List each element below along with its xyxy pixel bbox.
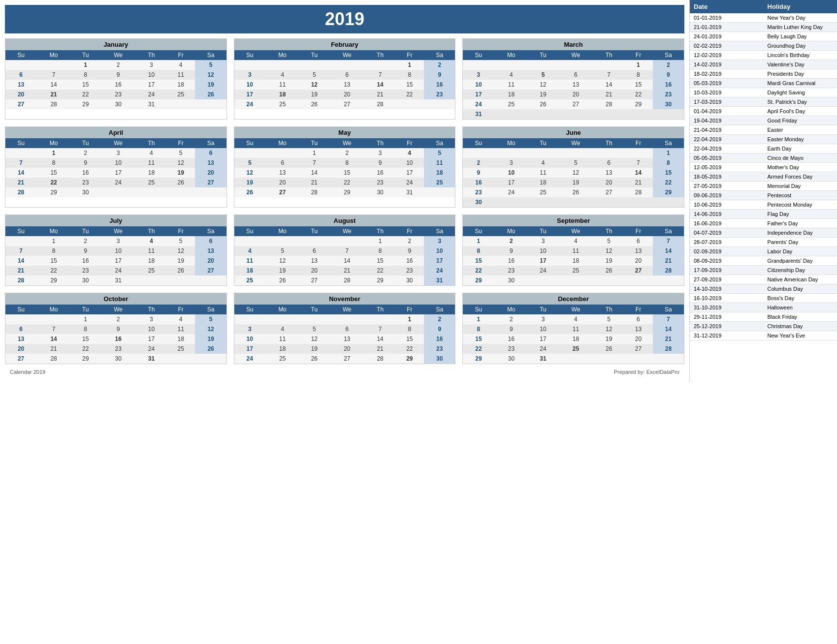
day-header-sa: Sa <box>195 226 226 236</box>
holiday-date: 18-02-2019 <box>690 69 764 78</box>
day-cell: 9 <box>494 324 528 334</box>
month-block-may: MaySuMoTuWeThFrSa12345567891011121314151… <box>234 126 456 208</box>
holiday-name: Good Friday <box>764 116 837 125</box>
day-header-th: Th <box>594 138 624 148</box>
holiday-date: 27-09-2019 <box>690 275 764 284</box>
day-header-mo: Mo <box>494 305 528 314</box>
day-cell: 2 <box>424 60 455 70</box>
day-cell: 25 <box>166 90 195 99</box>
day-cell: 7 <box>365 324 395 334</box>
day-cell: 20 <box>265 178 300 187</box>
day-cell: 6 <box>558 70 594 80</box>
holiday-name: Mardi Gras Carnival <box>764 79 837 88</box>
day-cell: 11 <box>166 324 195 334</box>
holiday-name: Daylight Saving <box>764 88 837 97</box>
day-cell <box>166 276 195 285</box>
day-cell: 21 <box>624 178 653 187</box>
holiday-row: 02-02-2019Groundhog Day <box>690 41 837 51</box>
holiday-date: 10-06-2019 <box>690 200 764 209</box>
holiday-row: 16-10-2019Boss's Day <box>690 294 837 303</box>
month-title-september: September <box>463 215 684 226</box>
day-cell: 19 <box>195 80 226 90</box>
holiday-row: 10-06-2019Pentecost Monday <box>690 200 837 210</box>
holiday-name: Native American Day <box>764 275 837 284</box>
footer-bar: Calendar 2019 Prepared by: ExcelDataPro <box>5 367 684 377</box>
day-cell: 24 <box>136 344 166 354</box>
day-cell: 17 <box>424 256 455 266</box>
day-cell: 31 <box>528 354 557 364</box>
day-cell <box>463 148 494 158</box>
day-cell: 2 <box>653 60 684 70</box>
day-cell: 20 <box>329 344 365 354</box>
day-header-tu: Tu <box>528 226 557 236</box>
day-header-su: Su <box>463 305 494 314</box>
day-cell: 31 <box>424 276 455 285</box>
holiday-date: 05-03-2019 <box>690 79 764 88</box>
day-header-th: Th <box>136 226 166 236</box>
day-cell: 10 <box>100 158 136 168</box>
day-cell: 29 <box>36 187 71 197</box>
holiday-date: 24-01-2019 <box>690 32 764 41</box>
months-grid: JanuarySuMoTuWeThFrSa1234567891011121314… <box>5 38 684 364</box>
day-header-mo: Mo <box>265 226 300 236</box>
day-cell: 28 <box>36 354 71 364</box>
day-cell <box>494 60 528 70</box>
day-cell: 26 <box>594 266 624 276</box>
month-title-august: August <box>234 215 455 226</box>
day-cell: 12 <box>300 80 329 90</box>
holiday-row: 27-09-2019Native American Day <box>690 275 837 284</box>
day-cell: 23 <box>463 187 494 197</box>
day-cell: 27 <box>558 99 594 109</box>
day-cell: 29 <box>463 276 494 285</box>
day-cell: 19 <box>300 90 329 99</box>
day-header-su: Su <box>463 50 494 60</box>
day-cell: 23 <box>653 90 684 99</box>
day-cell: 1 <box>653 148 684 158</box>
day-cell: 23 <box>100 344 136 354</box>
day-cell: 9 <box>365 158 395 168</box>
day-cell: 22 <box>653 178 684 187</box>
day-cell: 25 <box>136 266 166 276</box>
day-cell: 28 <box>365 354 395 364</box>
day-cell: 27 <box>624 344 653 354</box>
day-cell: 20 <box>5 344 36 354</box>
day-cell: 7 <box>36 70 71 80</box>
day-cell: 5 <box>265 246 300 256</box>
day-cell: 26 <box>234 187 265 197</box>
month-table-august: SuMoTuWeThFrSa12345678910111213141516171… <box>234 226 455 285</box>
holiday-row: 17-03-2019St. Patrick's Day <box>690 97 837 107</box>
day-cell: 8 <box>36 246 71 256</box>
day-cell: 16 <box>100 80 136 90</box>
holiday-date: 17-03-2019 <box>690 97 764 106</box>
month-table-may: SuMoTuWeThFrSa12345567891011121314151617… <box>234 138 455 197</box>
day-cell: 11 <box>136 158 166 168</box>
day-cell: 17 <box>136 80 166 90</box>
day-cell: 18 <box>265 344 300 354</box>
holiday-name: Citizenship Day <box>764 266 837 275</box>
month-title-may: May <box>234 127 455 138</box>
day-cell: 9 <box>71 158 100 168</box>
day-header-tu: Tu <box>300 50 329 60</box>
day-header-su: Su <box>463 226 494 236</box>
day-cell: 19 <box>166 256 195 266</box>
holiday-row: 02-09-2019Labor Day <box>690 247 837 256</box>
day-cell: 27 <box>5 99 36 109</box>
day-cell: 16 <box>494 256 528 266</box>
month-title-november: November <box>234 293 455 305</box>
day-cell: 9 <box>395 246 424 256</box>
month-table-june: SuMoTuWeThFrSa12345678910111213141516171… <box>463 138 684 207</box>
holiday-date: 10-03-2019 <box>690 88 764 97</box>
month-title-june: June <box>463 127 684 138</box>
day-cell: 30 <box>494 354 528 364</box>
day-cell <box>528 60 557 70</box>
day-header-sa: Sa <box>424 50 455 60</box>
day-cell <box>558 60 594 70</box>
day-cell: 19 <box>528 90 557 99</box>
day-cell: 23 <box>395 266 424 276</box>
day-cell: 25 <box>528 187 557 197</box>
holiday-row: 12-02-2019Lincoln's Birthday <box>690 51 837 60</box>
holiday-name: Black Friday <box>764 312 837 321</box>
day-cell: 5 <box>528 70 557 80</box>
day-cell: 27 <box>594 187 624 197</box>
day-cell: 3 <box>365 148 395 158</box>
